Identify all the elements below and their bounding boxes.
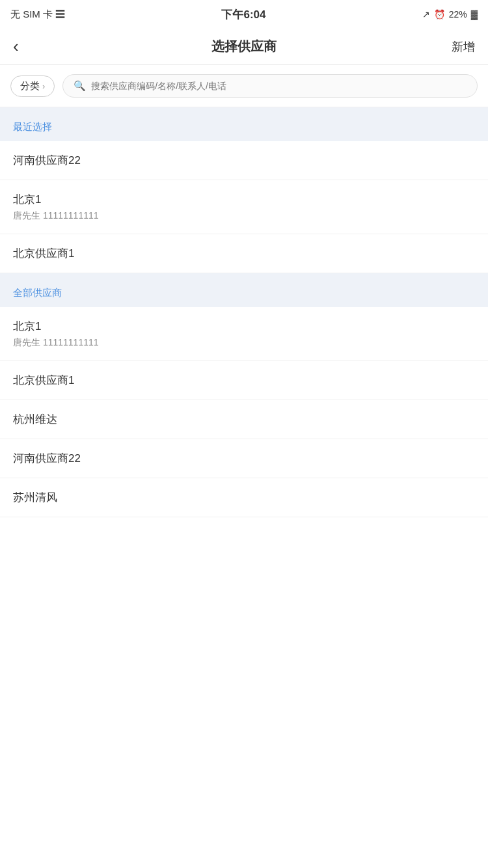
all-items-list: 北京1 唐先生 11111111111 北京供应商1 杭州维达 河南供应商22 … xyxy=(0,307,488,517)
all-section-header: 全部供应商 xyxy=(0,273,488,307)
list-item[interactable]: 河南供应商22 xyxy=(0,439,488,478)
item-sub: 唐先生 11111111111 xyxy=(13,210,475,222)
battery-icon: ▓ xyxy=(471,9,478,20)
list-item[interactable]: 北京1 唐先生 11111111111 xyxy=(0,307,488,361)
item-name: 河南供应商22 xyxy=(13,153,475,168)
status-right: ↗ ⏰ 22% ▓ xyxy=(422,9,478,20)
item-name: 北京供应商1 xyxy=(13,373,475,388)
list-item[interactable]: 杭州维达 xyxy=(0,400,488,439)
item-name: 北京1 xyxy=(13,192,475,207)
all-section-label: 全部供应商 xyxy=(13,287,62,298)
chevron-right-icon: › xyxy=(42,81,45,91)
category-label: 分类 xyxy=(20,80,40,92)
battery-text: 22% xyxy=(449,9,467,20)
item-name: 河南供应商22 xyxy=(13,451,475,466)
recent-section-label: 最近选择 xyxy=(13,121,52,132)
list-item[interactable]: 北京供应商1 xyxy=(0,234,488,273)
alarm-icon: ⏰ xyxy=(434,9,445,20)
search-input[interactable] xyxy=(91,81,467,91)
list-item[interactable]: 苏州清风 xyxy=(0,478,488,517)
location-icon: ↗ xyxy=(422,9,430,20)
filter-bar: 分类 › 🔍 xyxy=(0,65,488,107)
item-sub: 唐先生 11111111111 xyxy=(13,337,475,349)
list-item[interactable]: 北京1 唐先生 11111111111 xyxy=(0,180,488,234)
recent-section-header: 最近选择 xyxy=(0,107,488,141)
search-icon: 🔍 xyxy=(74,80,86,92)
category-button[interactable]: 分类 › xyxy=(10,75,55,97)
recent-items-list: 河南供应商22 北京1 唐先生 11111111111 北京供应商1 xyxy=(0,141,488,273)
list-item[interactable]: 河南供应商22 xyxy=(0,141,488,180)
status-bar: 无 SIM 卡 ☰ 下午6:04 ↗ ⏰ 22% ▓ xyxy=(0,0,488,29)
back-button[interactable]: ‹ xyxy=(13,36,46,57)
list-item[interactable]: 北京供应商1 xyxy=(0,361,488,400)
item-name: 北京供应商1 xyxy=(13,246,475,261)
search-box[interactable]: 🔍 xyxy=(62,74,478,98)
nav-bar: ‹ 选择供应商 新增 xyxy=(0,29,488,65)
page-title: 选择供应商 xyxy=(211,38,277,55)
add-button[interactable]: 新增 xyxy=(442,39,475,55)
sim-text: 无 SIM 卡 ☰ xyxy=(10,8,65,21)
item-name: 杭州维达 xyxy=(13,412,475,427)
status-time: 下午6:04 xyxy=(221,7,265,22)
item-name: 北京1 xyxy=(13,319,475,334)
status-left: 无 SIM 卡 ☰ xyxy=(10,8,65,21)
item-name: 苏州清风 xyxy=(13,490,475,505)
